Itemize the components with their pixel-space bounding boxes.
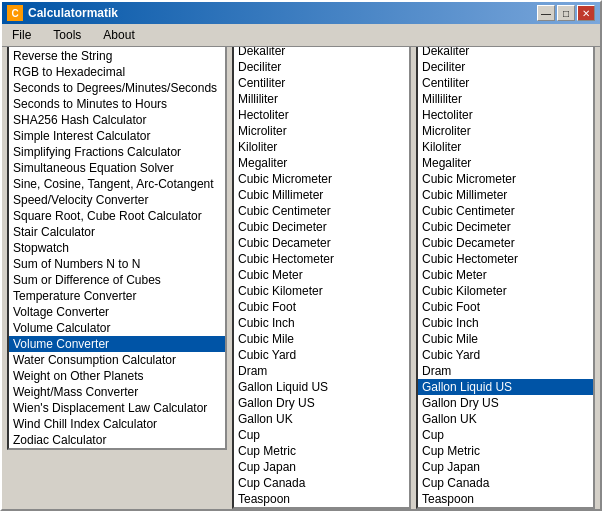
list-item[interactable]: Seconds to Degrees/Minutes/Seconds (9, 80, 225, 96)
unit-item[interactable]: Cubic Meter (234, 267, 409, 283)
list-item[interactable]: Zodiac Calculator (9, 432, 225, 448)
menu-file[interactable]: File (6, 26, 37, 44)
list-item[interactable]: SHA256 Hash Calculator (9, 112, 225, 128)
unit-item[interactable]: Cup Japan (418, 459, 593, 475)
left-panel: Profit CalculatorProportion CalculatorQu… (7, 47, 227, 450)
unit-item[interactable]: Cubic Millimeter (418, 187, 593, 203)
right-panel: < ---- > LiterDekaliterDeciliterCentilit… (232, 47, 595, 450)
list-item[interactable]: Speed/Velocity Converter (9, 192, 225, 208)
unit-item[interactable]: Dekaliter (418, 47, 593, 59)
calculator-list[interactable]: Profit CalculatorProportion CalculatorQu… (7, 47, 227, 450)
unit-item[interactable]: Cubic Inch (234, 315, 409, 331)
unit-item[interactable]: Milliliter (234, 91, 409, 107)
unit-item[interactable]: Cubic Decimeter (418, 219, 593, 235)
list-item[interactable]: Simultaneous Equation Solver (9, 160, 225, 176)
unit-item[interactable]: Cup Canada (234, 475, 409, 491)
menu-tools[interactable]: Tools (47, 26, 87, 44)
unit-item[interactable]: Cubic Inch (418, 315, 593, 331)
unit-item[interactable]: Cubic Meter (418, 267, 593, 283)
unit-item[interactable]: Cubic Hectometer (418, 251, 593, 267)
minimize-button[interactable]: — (537, 5, 555, 21)
list-item[interactable]: Stair Calculator (9, 224, 225, 240)
list-item[interactable]: Weight on Other Planets (9, 368, 225, 384)
maximize-button[interactable]: □ (557, 5, 575, 21)
unit-item[interactable]: Cubic Foot (234, 299, 409, 315)
list-item[interactable]: Square Root, Cube Root Calculator (9, 208, 225, 224)
unit-item[interactable]: Cubic Yard (234, 347, 409, 363)
list-item[interactable]: Sum or Difference of Cubes (9, 272, 225, 288)
menu-about[interactable]: About (97, 26, 140, 44)
unit-item[interactable]: Megaliter (234, 155, 409, 171)
unit-item[interactable]: Cubic Centimeter (234, 203, 409, 219)
title-buttons: — □ ✕ (537, 5, 595, 21)
unit-item[interactable]: Cubic Kilometer (418, 283, 593, 299)
left-unit-container: LiterDekaliterDeciliterCentiliterMillili… (232, 47, 411, 509)
unit-item[interactable]: Cubic Foot (418, 299, 593, 315)
list-item[interactable]: Volume Converter (9, 336, 225, 352)
unit-item[interactable]: Deciliter (234, 59, 409, 75)
unit-item[interactable]: Gallon Liquid US (234, 379, 409, 395)
unit-item[interactable]: Cup (418, 427, 593, 443)
unit-item[interactable]: Deciliter (418, 59, 593, 75)
unit-item[interactable]: Cup (234, 427, 409, 443)
list-item[interactable]: Simple Interest Calculator (9, 128, 225, 144)
unit-item[interactable]: Gallon UK (234, 411, 409, 427)
unit-item[interactable]: Cup Canada (418, 475, 593, 491)
unit-item[interactable]: Cubic Mile (418, 331, 593, 347)
unit-item[interactable]: Cubic Mile (234, 331, 409, 347)
left-unit-list[interactable]: LiterDekaliterDeciliterCentiliterMillili… (232, 47, 411, 509)
unit-item[interactable]: Cup Metric (418, 443, 593, 459)
unit-item[interactable]: Cup Metric (234, 443, 409, 459)
list-item[interactable]: Voltage Converter (9, 304, 225, 320)
unit-item[interactable]: Cubic Decameter (234, 235, 409, 251)
unit-item[interactable]: Cubic Micrometer (418, 171, 593, 187)
list-item[interactable]: RGB to Hexadecimal (9, 64, 225, 80)
main-window: C Calculatormatik — □ ✕ File Tools About… (0, 0, 602, 511)
unit-item[interactable]: Cubic Micrometer (234, 171, 409, 187)
unit-item[interactable]: Hectoliter (418, 107, 593, 123)
unit-item[interactable]: Centiliter (234, 75, 409, 91)
unit-item[interactable]: Megaliter (418, 155, 593, 171)
list-item[interactable]: Reverse the String (9, 48, 225, 64)
list-item[interactable]: Seconds to Minutes to Hours (9, 96, 225, 112)
unit-item[interactable]: Microliter (234, 123, 409, 139)
unit-item[interactable]: Hectoliter (234, 107, 409, 123)
list-item[interactable]: Sine, Cosine, Tangent, Arc-Cotangent (9, 176, 225, 192)
list-item[interactable]: Sum of Numbers N to N (9, 256, 225, 272)
unit-item[interactable]: Gallon Dry US (418, 395, 593, 411)
right-unit-list[interactable]: LiterDekaliterDeciliterCentiliterMillili… (416, 47, 595, 509)
unit-item[interactable]: Cubic Millimeter (234, 187, 409, 203)
list-item[interactable]: Weight/Mass Converter (9, 384, 225, 400)
list-item[interactable]: Temperature Converter (9, 288, 225, 304)
unit-item[interactable]: Teaspoon (234, 491, 409, 507)
unit-item[interactable]: Cubic Yard (418, 347, 593, 363)
unit-item[interactable]: Dram (418, 363, 593, 379)
unit-item[interactable]: Teaspoon (418, 491, 593, 507)
list-item[interactable]: Simplifying Fractions Calculator (9, 144, 225, 160)
unit-item[interactable]: Milliliter (418, 91, 593, 107)
right-unit-container: LiterDekaliterDeciliterCentiliterMillili… (416, 47, 595, 509)
unit-item[interactable]: Kiloliter (418, 139, 593, 155)
unit-item[interactable]: Gallon Dry US (234, 395, 409, 411)
unit-item[interactable]: Microliter (418, 123, 593, 139)
unit-item[interactable]: Dram (234, 363, 409, 379)
unit-item[interactable]: Cubic Decameter (418, 235, 593, 251)
list-item[interactable]: Wien's Displacement Law Calculator (9, 400, 225, 416)
unit-lists-row: LiterDekaliterDeciliterCentiliterMillili… (232, 47, 595, 509)
unit-item[interactable]: Cubic Decimeter (234, 219, 409, 235)
unit-item[interactable]: Gallon Liquid US (418, 379, 593, 395)
title-bar: C Calculatormatik — □ ✕ (2, 2, 600, 24)
unit-item[interactable]: Cubic Kilometer (234, 283, 409, 299)
unit-item[interactable]: Cubic Hectometer (234, 251, 409, 267)
unit-item[interactable]: Kiloliter (234, 139, 409, 155)
list-item[interactable]: Volume Calculator (9, 320, 225, 336)
unit-item[interactable]: Cubic Centimeter (418, 203, 593, 219)
unit-item[interactable]: Gallon UK (418, 411, 593, 427)
list-item[interactable]: Water Consumption Calculator (9, 352, 225, 368)
close-button[interactable]: ✕ (577, 5, 595, 21)
list-item[interactable]: Wind Chill Index Calculator (9, 416, 225, 432)
unit-item[interactable]: Centiliter (418, 75, 593, 91)
unit-item[interactable]: Dekaliter (234, 47, 409, 59)
list-item[interactable]: Stopwatch (9, 240, 225, 256)
unit-item[interactable]: Cup Japan (234, 459, 409, 475)
